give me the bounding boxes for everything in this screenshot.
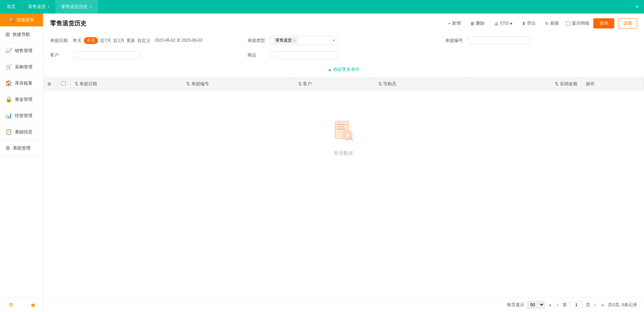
- page-title-row: 零售退货历史 + 新增 🗑 删除 🖨 打印 ▾: [50, 18, 637, 28]
- sidebar-item-finance[interactable]: 🔒 资金管理: [0, 91, 43, 108]
- print-label: 打印: [500, 20, 509, 26]
- next-page-button[interactable]: ›: [593, 302, 597, 308]
- tab-retail-return[interactable]: 零售退货 ×: [23, 0, 56, 14]
- goods-filter-col: 商品 …: [247, 51, 439, 59]
- sidebar-bottom: ⚙ ◀: [0, 297, 43, 312]
- per-page-select[interactable]: 10 20 50 100: [527, 301, 545, 309]
- sidebar-item-purchase-mgmt[interactable]: 🛒 采购管理: [0, 59, 43, 75]
- tab-retail-return-history[interactable]: 零售退货历史 ×: [56, 0, 98, 14]
- type-filter-select[interactable]: 零售退货 × ▾: [270, 36, 338, 45]
- type-filter-col: 单据类型 零售退货 × ▾: [247, 36, 439, 45]
- th-number[interactable]: ⇅ 单据编号: [182, 77, 294, 91]
- print-icon: 🖨: [494, 21, 499, 26]
- filter-area: 单据日期 昨天 今天 近7天 近1月 更多 自定义 2023-06-02 至 2…: [50, 32, 637, 77]
- collapse-sidebar-icon[interactable]: ◀: [30, 302, 34, 308]
- new-button[interactable]: + 新增: [445, 19, 463, 28]
- th-customer[interactable]: ⇅ 客户: [294, 77, 374, 91]
- date-opt-1month[interactable]: 近1月: [113, 38, 124, 44]
- date-opt-today[interactable]: 今天: [84, 37, 98, 44]
- query-button[interactable]: 查询: [593, 18, 614, 28]
- select-all-checkbox[interactable]: [61, 81, 66, 86]
- prev-page-button[interactable]: ‹: [555, 302, 560, 308]
- export-icon: ⬆: [522, 21, 526, 26]
- sidebar-item-operation-label: 经营管理: [15, 113, 32, 119]
- number-filter-input[interactable]: [468, 37, 531, 44]
- delete-label: 删除: [476, 20, 485, 26]
- show-detail-checkbox[interactable]: [566, 21, 570, 26]
- th-guide[interactable]: ⇅ 导购员: [374, 77, 470, 91]
- sidebar-item-quick-nav[interactable]: ⊞ 快捷导航: [0, 26, 43, 43]
- filter-row-1: 单据日期 昨天 今天 近7天 近1月 更多 自定义 2023-06-02 至 2…: [50, 36, 637, 48]
- sidebar-item-sales-mgmt[interactable]: 📈 销售管理: [0, 43, 43, 59]
- collapse-label: 收起更多条件: [333, 66, 360, 72]
- tab-retail-return-close[interactable]: ×: [48, 4, 50, 9]
- last-page-button[interactable]: »: [600, 302, 605, 308]
- sidebar-item-finance-label: 资金管理: [15, 96, 32, 103]
- tab-home[interactable]: 首页: [0, 0, 23, 14]
- export-label: 导出: [527, 20, 536, 26]
- customer-filter-col: 客户 …: [50, 51, 242, 59]
- th-guide-label: ⇅ 导购员: [378, 81, 397, 86]
- print-dropdown-icon: ▾: [510, 21, 512, 26]
- empty-text: 暂无数据: [334, 150, 353, 156]
- export-button[interactable]: ⬆ 导出: [519, 19, 539, 28]
- empty-illustration: [330, 118, 357, 145]
- type-filter-value: 零售退货: [276, 38, 292, 43]
- date-opt-yesterday[interactable]: 昨天: [73, 38, 82, 44]
- sidebar-item-basic-info[interactable]: 📋 基础信息: [0, 124, 43, 140]
- svg-rect-3: [337, 129, 345, 130]
- main-layout: 🔍 搜索菜单 ⊞ 快捷导航 📈 销售管理 🛒 采购管理 🏠 库存核算 🔒 资金管…: [0, 14, 644, 312]
- date-filter-label: 单据日期: [50, 38, 70, 44]
- sidebar-item-purchase-label: 采购管理: [15, 64, 32, 70]
- refresh-label: 刷新: [550, 20, 559, 26]
- refresh-button[interactable]: ↻ 刷新: [543, 19, 562, 28]
- date-range-display: 2023-06-02 至 2023-06-02: [154, 38, 202, 43]
- date-opt-custom[interactable]: 自定义: [137, 38, 150, 44]
- new-icon: +: [448, 21, 451, 26]
- sidebar-search-label: 搜索菜单: [17, 17, 34, 23]
- print-button[interactable]: 🖨 打印 ▾: [492, 19, 515, 28]
- goods-filter-label: 商品: [247, 52, 268, 58]
- total-info: 共0页, 0条记录: [608, 302, 637, 308]
- settings-button[interactable]: 设置: [618, 18, 637, 28]
- th-date[interactable]: ⇅ 单据日期: [70, 77, 182, 91]
- th-check[interactable]: [57, 77, 70, 91]
- collapse-button[interactable]: ▲ 收起更多条件: [50, 65, 637, 74]
- date-opt-more[interactable]: 更多: [126, 38, 135, 44]
- new-label: 新增: [452, 20, 461, 26]
- date-opt-7days[interactable]: 近7天: [100, 38, 111, 44]
- th-gear[interactable]: ⚙: [43, 77, 57, 91]
- page-number-input[interactable]: [570, 301, 583, 308]
- tab-retail-return-history-close[interactable]: ×: [90, 4, 92, 9]
- toolbar: + 新增 🗑 删除 🖨 打印 ▾ ⬆ 导出: [445, 18, 637, 28]
- page-header: 零售退货历史 + 新增 🗑 删除 🖨 打印 ▾: [43, 14, 644, 77]
- sidebar-search[interactable]: 🔍 搜索菜单: [0, 14, 43, 26]
- th-customer-label: ⇅ 客户: [298, 81, 312, 86]
- number-filter-col: 单据编号: [445, 37, 637, 44]
- sidebar-item-stock-label: 库存核算: [15, 80, 32, 86]
- sidebar-item-operation[interactable]: 📊 经营管理: [0, 108, 43, 124]
- type-filter-close[interactable]: ×: [293, 38, 295, 43]
- purchase-icon: 🛒: [5, 64, 12, 70]
- customer-filter-input[interactable]: …: [73, 51, 141, 59]
- settings-bottom-icon[interactable]: ⚙: [8, 302, 13, 308]
- th-action: 操作: [581, 77, 644, 91]
- sidebar-item-system[interactable]: ⚙ 系统管理: [0, 140, 43, 156]
- data-table: ⚙ ⇅ 单据日期 ⇅ 单据编号 ⇅ 客户: [43, 77, 644, 183]
- th-amount-label: ⇅ 实销金额: [555, 81, 577, 86]
- sidebar-item-stock[interactable]: 🏠 库存核算: [0, 75, 43, 91]
- type-dropdown-icon: ▾: [333, 38, 335, 43]
- delete-button[interactable]: 🗑 删除: [468, 19, 487, 28]
- date-options: 昨天 今天 近7天 近1月 更多 自定义: [73, 37, 150, 44]
- system-icon: ⚙: [5, 145, 10, 151]
- th-amount[interactable]: ⇅ 实销金额: [470, 77, 582, 91]
- goods-filter-input[interactable]: …: [270, 51, 338, 59]
- pagination-bar: 每页显示 10 20 50 100 « ‹ 第 页 › » 共0页, 0条记录: [43, 297, 644, 312]
- first-page-button[interactable]: «: [547, 302, 553, 308]
- table-body: 暂无数据: [43, 91, 644, 184]
- window-close-button[interactable]: ×: [630, 4, 644, 10]
- basic-info-icon: 📋: [5, 129, 12, 135]
- show-detail-checkbox-label[interactable]: 显示明细: [566, 20, 589, 26]
- sidebar-item-quick-nav-label: 快捷导航: [13, 31, 30, 38]
- page-title: 零售退货历史: [50, 19, 87, 27]
